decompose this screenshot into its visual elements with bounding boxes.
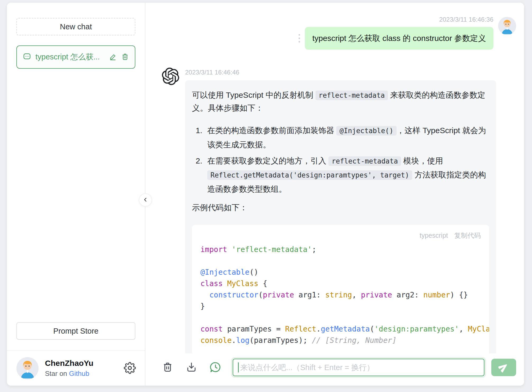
- code-line: console.log(paramTypes); // [String, Num…: [200, 335, 481, 346]
- paper-plane-icon: [498, 362, 509, 373]
- download-icon: [186, 361, 197, 374]
- prompt-store-button[interactable]: Prompt Store: [16, 322, 135, 340]
- text-caret: [238, 362, 239, 372]
- sidebar-spacer: [7, 69, 145, 322]
- edit-conversation-button[interactable]: [109, 53, 117, 62]
- trash-icon: [121, 53, 129, 62]
- profile-avatar: [16, 357, 39, 379]
- conversation-title: typescript 怎么获...: [35, 52, 105, 62]
- new-chat-button[interactable]: New chat: [16, 18, 135, 35]
- sidebar-collapse-button[interactable]: [139, 193, 152, 207]
- prompt-store-label: Prompt Store: [53, 327, 99, 335]
- code-line: [200, 312, 481, 323]
- step-1: 1. 在类的构造函数参数前面添加装饰器 @Injectable()，这样 Typ…: [192, 123, 489, 152]
- step-1-text-1: 在类的构造函数参数前面添加装饰器: [207, 126, 336, 135]
- settings-button[interactable]: [124, 362, 136, 375]
- history-button[interactable]: [209, 361, 222, 374]
- composer-bar: [145, 353, 524, 386]
- assistant-bubble: 可以使用 TypeScript 中的反射机制 reflect-metadata …: [185, 80, 496, 353]
- copy-code-button[interactable]: 复制代码: [454, 230, 481, 241]
- pencil-icon: [109, 53, 117, 62]
- sidebar-top: New chat typescript 怎么获...: [7, 3, 145, 69]
- sidebar-footer: ChenZhaoYu Star on Github: [7, 351, 145, 386]
- code-lines: import 'reflect-metadata'; @Injectable()…: [200, 244, 481, 346]
- chevron-left-icon: [142, 197, 149, 204]
- github-link[interactable]: Github: [69, 370, 89, 377]
- chat-main: 2023/3/11 16:46:36 typescript 怎么获取 class…: [145, 3, 524, 386]
- code-line: constructor(private arg1: string, privat…: [200, 289, 481, 301]
- user-avatar: [498, 17, 516, 35]
- app-window: New chat typescript 怎么获...: [7, 3, 524, 386]
- user-message: 2023/3/11 16:46:36 typescript 怎么获取 class…: [162, 16, 516, 50]
- user-message-body: 2023/3/11 16:46:36 typescript 怎么获取 class…: [299, 16, 493, 50]
- message-input[interactable]: [240, 363, 479, 372]
- code-line: import 'reflect-metadata';: [200, 244, 481, 255]
- code-language-label: typescript: [420, 230, 448, 241]
- assistant-message-body: 2023/3/11 16:46:46 可以使用 TypeScript 中的反射机…: [185, 67, 496, 353]
- trash-icon: [162, 361, 173, 374]
- user-bubble-row: typescript 怎么获取 class 的 constructor 参数定义: [299, 27, 493, 50]
- send-button[interactable]: [491, 359, 516, 376]
- clear-chat-button[interactable]: [162, 361, 173, 374]
- message-list: 2023/3/11 16:46:36 typescript 怎么获取 class…: [145, 3, 524, 353]
- new-chat-label: New chat: [60, 22, 92, 31]
- vertical-dots-icon[interactable]: [299, 34, 300, 43]
- delete-conversation-button[interactable]: [121, 53, 129, 62]
- profile-info: ChenZhaoYu Star on Github: [45, 359, 93, 378]
- intro-text-1: 可以使用 TypeScript 中的反射机制: [192, 91, 315, 99]
- chat-history-icon: [209, 361, 222, 374]
- sidebar: New chat typescript 怎么获...: [7, 3, 145, 386]
- export-chat-button[interactable]: [186, 361, 197, 374]
- code-line: }: [200, 301, 481, 312]
- inline-code: reflect-metadata: [328, 156, 401, 166]
- chat-bubble-icon: [23, 52, 31, 62]
- step-1-marker: 1.: [196, 123, 202, 137]
- openai-logo-icon: [162, 68, 179, 85]
- steps-list: 1. 在类的构造函数参数前面添加装饰器 @Injectable()，这样 Typ…: [192, 123, 489, 196]
- profile-subtitle: Star on Github: [45, 370, 93, 378]
- code-line: @Injectable(): [200, 267, 481, 278]
- assistant-timestamp: 2023/3/11 16:46:46: [185, 69, 496, 76]
- star-prefix: Star on: [45, 370, 67, 377]
- user-timestamp: 2023/3/11 16:46:36: [439, 16, 493, 23]
- step-2-text-2: 模块，使用: [401, 156, 443, 165]
- user-bubble: typescript 怎么获取 class 的 constructor 参数定义: [305, 27, 493, 50]
- assistant-message: 2023/3/11 16:46:46 可以使用 TypeScript 中的反射机…: [162, 67, 516, 353]
- sidebar-item-conversation[interactable]: typescript 怎么获...: [16, 45, 135, 69]
- inline-code: @Injectable(): [336, 126, 397, 136]
- sidebar-store-section: Prompt Store: [7, 322, 145, 350]
- step-2-text-1: 在需要获取参数定义的地方，引入: [207, 156, 328, 165]
- example-intro: 示例代码如下：: [192, 201, 489, 214]
- assistant-intro: 可以使用 TypeScript 中的反射机制 reflect-metadata …: [192, 89, 489, 114]
- inline-code: Reflect.getMetadata('design:paramtypes',…: [207, 170, 412, 180]
- step-2-marker: 2.: [196, 154, 202, 168]
- code-block: typescript 复制代码 import 'reflect-metadata…: [192, 225, 489, 353]
- code-line: const paramTypes = Reflect.getMetadata('…: [200, 323, 481, 335]
- profile-name: ChenZhaoYu: [45, 359, 93, 367]
- inline-code: reflect-metadata: [315, 91, 388, 100]
- message-input-wrap: [233, 359, 484, 376]
- code-block-header: typescript 复制代码: [200, 230, 481, 241]
- code-line: [200, 255, 481, 267]
- code-line: class MyClass {: [200, 278, 481, 289]
- gear-icon: [124, 362, 136, 375]
- step-2: 2. 在需要获取参数定义的地方，引入 reflect-metadata 模块，使…: [192, 154, 489, 196]
